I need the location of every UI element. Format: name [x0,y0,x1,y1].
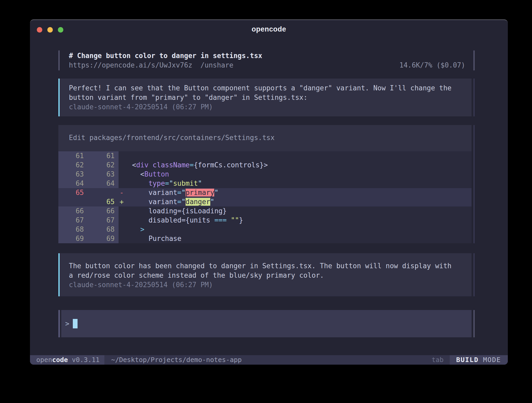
diff-code: disabled={units === ""} [124,216,472,225]
diff-marker [120,151,124,161]
unshare-command[interactable]: /unshare [201,60,233,70]
diff-code: loading={isLoading} [124,206,472,216]
diff-row: 6262 <div className={formCs.controls}> [58,161,472,170]
mode-primary: BUILD [456,356,478,364]
diff-code: <div className={formCs.controls}> [124,161,472,170]
working-directory: ~/Desktop/Projects/demo-notes-app [111,355,242,365]
diff-new-line-number [87,188,119,197]
diff-marker [120,225,124,234]
diff-marker [120,234,124,243]
mode-secondary: MODE [479,356,501,364]
diff-row: 6969 Purchase [58,234,472,243]
message-model-timestamp: claude-sonnet-4-20250514 (06:27 PM) [69,280,464,290]
diff-old-line-number: 69 [58,234,87,243]
diff-code: Purchase [124,234,472,243]
diff-new-line-number: 63 [87,170,119,179]
assistant-message: Perfect! I can see that the Button compo… [58,79,475,116]
diff-old-line-number: 65 [58,188,87,197]
diff-code: type="submit" [124,179,472,188]
app-name-suffix: code [52,356,68,364]
diff-old-line-number: 61 [58,151,87,161]
diff-row: 6161 [58,151,472,161]
diff-code [124,151,472,161]
diff-old-line-number: 68 [58,225,87,234]
diff-new-line-number: 66 [87,206,119,216]
diff-marker [120,206,124,216]
diff-row: 6868 > [58,225,472,234]
diff-marker [120,179,124,188]
diff-body: 6161 6262 <div className={formCs.control… [58,151,472,243]
diff-row: 6363 <Button [58,170,472,179]
desktop-background: opencode # Change button color to danger… [0,0,532,403]
diff-marker: - [120,188,124,197]
diff-old-line-number: 62 [58,161,87,170]
message-line: button variant from "primary" to "danger… [69,93,464,102]
diff-old-line-number [58,197,87,206]
app-version-badge: opencode v0.3.11 [30,355,104,365]
message-line: Perfect! I can see that the Button compo… [69,83,464,93]
message-line: a red/rose color scheme instead of the b… [69,271,464,280]
diff-old-line-number: 64 [58,179,87,188]
diff-new-line-number: 65 [87,197,119,206]
status-bar: opencode v0.3.11 ~/Desktop/Projects/demo… [30,355,508,365]
window-titlebar: opencode [30,20,508,37]
diff-marker [120,216,124,225]
prompt-input-section: > [58,310,475,337]
session-header: # Change button color to danger in setti… [58,50,475,70]
diff-new-line-number: 62 [87,161,119,170]
window-title: opencode [30,25,508,33]
diff-new-line-number: 67 [87,216,119,225]
diff-code: <Button [124,170,472,179]
diff-code: variant="danger" [124,197,472,206]
edit-tool-block: Edit packages/frontend/src/containers/Se… [58,125,475,243]
diff-row: 6666 loading={isLoading} [58,206,472,216]
diff-row: 6464 type="submit" [58,179,472,188]
diff-row: 65+ variant="danger" [58,197,472,206]
prompt-chevron: > [65,320,69,328]
diff-row: 6767 disabled={units === ""} [58,216,472,225]
diff-code: > [124,225,472,234]
assistant-message: The button color has been changed to dan… [58,253,475,296]
edit-file-title: Edit packages/frontend/src/containers/Se… [58,125,472,151]
app-name-prefix: open [36,356,52,364]
message-line: The button color has been changed to dan… [69,261,464,271]
diff-new-line-number: 69 [87,234,119,243]
message-model-timestamp: claude-sonnet-4-20250514 (06:27 PM) [69,102,464,112]
diff-marker [120,170,124,179]
diff-new-line-number: 61 [87,151,119,161]
diff-old-line-number: 67 [58,216,87,225]
text-cursor [73,319,78,328]
diff-new-line-number: 64 [87,179,119,188]
tab-key-hint: tab [432,355,443,365]
app-version: v0.3.11 [68,356,99,364]
diff-code: variant="primary" [124,188,472,197]
diff-old-line-number: 66 [58,206,87,216]
diff-old-line-number: 63 [58,170,87,179]
prompt-input[interactable]: > [61,310,472,337]
opencode-window: opencode # Change button color to danger… [30,19,508,365]
share-url[interactable]: https://opencode.ai/s/UwJxv76z [69,60,192,70]
mode-badge: BUILD MODE [450,355,508,365]
session-title: # Change button color to danger in setti… [69,51,465,60]
diff-marker: + [120,197,124,206]
diff-new-line-number: 68 [87,225,119,234]
diff-marker [120,161,124,170]
token-usage: 14.6K/7% ($0.07) [400,60,465,70]
diff-row: 65- variant="primary" [58,188,472,197]
